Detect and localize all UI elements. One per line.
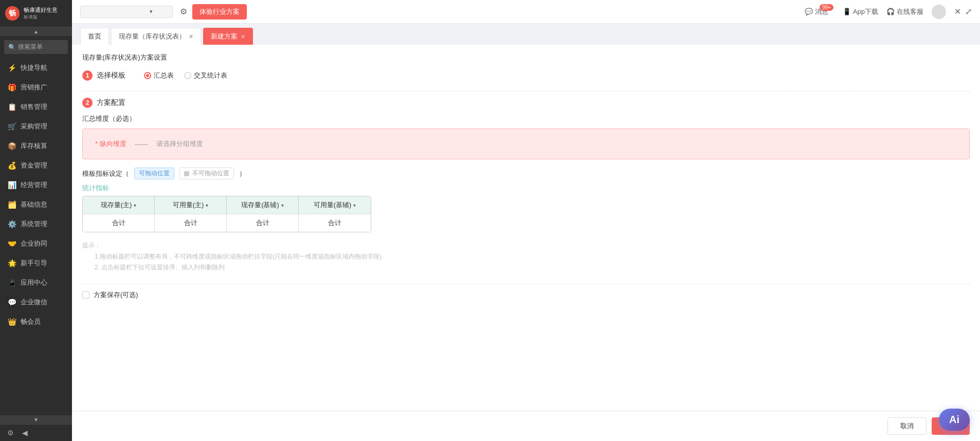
sidebar-logo: 畅 畅康通好生意 标准版 xyxy=(0,0,72,27)
app-logo-icon: 畅 xyxy=(5,6,20,21)
stats-header-0-dropdown[interactable]: ▾ xyxy=(134,203,136,208)
message-button[interactable]: 💬 消息 99+ xyxy=(805,7,828,16)
section1-number: 1 xyxy=(82,70,93,81)
stats-data-0-1: 合计 xyxy=(155,214,227,232)
online-service-button[interactable]: 🎧 在线客服 xyxy=(886,7,923,16)
sidebar-item-wechat-label: 企业微信 xyxy=(21,298,47,307)
topbar-search-input[interactable] xyxy=(85,8,147,15)
section2-title: 方案配置 xyxy=(97,98,125,107)
radio-cross[interactable]: 交叉统计表 xyxy=(184,71,227,80)
topbar-gear-icon[interactable]: ⚙ xyxy=(180,7,187,16)
sidebar-item-marketing[interactable]: 🎁 营销推广 xyxy=(0,78,72,97)
system-icon: ⚙️ xyxy=(7,219,16,229)
section-choose-template: 1 选择模板 汇总表 交叉统计表 xyxy=(82,70,970,81)
sidebar-item-system-label: 系统管理 xyxy=(21,219,47,229)
non-draggable-label: 不可拖动位置 xyxy=(192,169,229,178)
cancel-button[interactable]: 取消 xyxy=(887,417,927,435)
non-draggable-icon xyxy=(184,171,189,176)
dimension-dash: —— xyxy=(135,140,148,148)
sidebar-item-purchase[interactable]: 🛒 采购管理 xyxy=(0,117,72,136)
radio-cross-circle xyxy=(184,72,191,79)
sidebar-item-quick-nav[interactable]: ⚡ 快捷导航 xyxy=(0,58,72,78)
stats-data-0-0: 合计 xyxy=(83,214,155,232)
sidebar-item-operations[interactable]: 📊 经营管理 xyxy=(0,175,72,195)
stats-header-cell-1[interactable]: 可用量(主) ▾ xyxy=(155,196,227,214)
section-plan-config: 2 方案配置 汇总维度（必选） * 纵向维度 —— 请选择分组维度 模板指标设定… xyxy=(82,98,970,273)
sidebar-item-operations-label: 经营管理 xyxy=(21,180,47,190)
industry-plan-button[interactable]: 体验行业方案 xyxy=(192,4,247,20)
stats-header-cell-2[interactable]: 现存量(基辅) ▾ xyxy=(227,196,299,214)
stats-header-3-label: 可用量(基辅) xyxy=(314,200,352,210)
headset-icon: 🎧 xyxy=(886,8,895,15)
stats-data-0-3: 合计 xyxy=(299,214,371,232)
member-icon: 👑 xyxy=(7,317,16,326)
stats-header-3-dropdown[interactable]: ▾ xyxy=(353,203,356,208)
app-name-area: 畅康通好生意 标准版 xyxy=(24,6,58,20)
purchase-icon: 🛒 xyxy=(7,122,16,131)
sidebar-search[interactable]: 🔍 搜索菜单 xyxy=(4,40,68,54)
stats-header-cell-0[interactable]: 现存量(主) ▾ xyxy=(83,196,155,214)
stats-header-2-dropdown[interactable]: ▾ xyxy=(281,203,284,208)
topbar-search-area[interactable]: ▾ xyxy=(80,6,173,18)
page-title: 现存量(库存状况表)方案设置 xyxy=(82,53,970,62)
sidebar-item-purchase-label: 采购管理 xyxy=(21,122,47,131)
dimension-box: * 纵向维度 —— 请选择分组维度 xyxy=(82,128,970,159)
tab-new-plan-label: 新建方案 xyxy=(211,32,238,41)
section-divider-2 xyxy=(82,284,970,284)
sidebar-scroll-down[interactable]: ▼ xyxy=(0,415,72,424)
tab-new-plan[interactable]: 新建方案 ✕ xyxy=(203,28,253,45)
basic-info-icon: 🗂️ xyxy=(7,200,16,209)
sidebar-search-label: 搜索菜单 xyxy=(18,43,43,51)
sidebar-item-inventory[interactable]: 📦 库存核算 xyxy=(0,136,72,156)
search-icon: 🔍 xyxy=(8,44,16,51)
topbar-dropdown-arrow[interactable]: ▾ xyxy=(150,8,153,15)
new-guide-icon: 🌟 xyxy=(7,259,16,268)
stats-header-cell-3[interactable]: 可用量(基辅) ▾ xyxy=(299,196,371,214)
sidebar-item-enterprise[interactable]: 🤝 企业协同 xyxy=(0,234,72,253)
hints-box: 提示： 1.拖动标题栏可以调整布局，不可跨维度或指标区域拖动栏目字段(只能在同一… xyxy=(82,240,970,273)
section2-header: 2 方案配置 xyxy=(82,98,970,108)
content-area: 现存量(库存状况表)方案设置 1 选择模板 汇总表 交叉统计表 xyxy=(72,45,980,411)
sidebar-nav: ⚡ 快捷导航 🎁 营销推广 📋 销售管理 🛒 采购管理 📦 库存核算 💰 资金管… xyxy=(0,58,72,415)
ai-bubble[interactable]: Ai xyxy=(939,409,970,431)
window-expand-button[interactable]: ⤢ xyxy=(965,7,972,16)
app-download-button[interactable]: 📱 App下载 xyxy=(843,7,878,16)
save-option-checkbox[interactable] xyxy=(82,291,89,299)
sidebar-item-member[interactable]: 👑 畅会员 xyxy=(0,312,72,332)
window-controls: ✕ ⤢ xyxy=(954,7,972,16)
tab-new-plan-close-icon[interactable]: ✕ xyxy=(241,33,245,40)
tab-inventory-status[interactable]: 现存量（库存状况表） ✕ xyxy=(111,28,201,45)
sidebar-item-finance[interactable]: 💰 资金管理 xyxy=(0,156,72,175)
footer: 取消 查询 xyxy=(72,411,980,441)
window-close-button[interactable]: ✕ xyxy=(954,7,961,16)
dimension-placeholder[interactable]: 请选择分组维度 xyxy=(156,139,203,149)
stats-table: 现存量(主) ▾ 可用量(主) ▾ 现存量(基辅) ▾ 可用量(基辅) xyxy=(82,196,371,232)
hint-2: 2. 点击标题栏下拉可设置排序、插入列和删除列 xyxy=(95,262,970,273)
radio-summary[interactable]: 汇总表 xyxy=(144,71,174,80)
sidebar-item-member-label: 畅会员 xyxy=(21,317,41,326)
stats-header-2-label: 现存量(基辅) xyxy=(241,200,279,210)
inventory-icon: 📦 xyxy=(7,141,16,151)
sidebar-collapse-icon[interactable]: ◀ xyxy=(22,429,28,437)
sidebar-item-wechat[interactable]: 💬 企业微信 xyxy=(0,292,72,312)
sidebar-item-new-guide[interactable]: 🌟 新手引导 xyxy=(0,253,72,273)
sidebar-item-basic-info-label: 基础信息 xyxy=(21,200,47,209)
stats-header-1-dropdown[interactable]: ▾ xyxy=(206,203,208,208)
tab-inventory-close-icon[interactable]: ✕ xyxy=(189,33,193,40)
sidebar-item-sales[interactable]: 📋 销售管理 xyxy=(0,97,72,117)
tab-home-label: 首页 xyxy=(88,32,101,41)
user-avatar[interactable] xyxy=(932,5,946,19)
radio-cross-label: 交叉统计表 xyxy=(194,71,227,80)
sidebar-item-basic-info[interactable]: 🗂️ 基础信息 xyxy=(0,195,72,214)
template-radio-group: 汇总表 交叉统计表 xyxy=(144,71,227,80)
finance-icon: 💰 xyxy=(7,161,16,170)
app-download-icon: 📱 xyxy=(843,8,851,15)
sidebar-item-inventory-label: 库存核算 xyxy=(21,141,47,151)
save-option-row: 方案保存(可选) xyxy=(82,290,970,300)
sidebar-settings-icon[interactable]: ⚙ xyxy=(7,429,14,437)
sidebar-item-app-center[interactable]: 📱 应用中心 xyxy=(0,273,72,292)
sidebar-item-system[interactable]: ⚙️ 系统管理 xyxy=(0,214,72,234)
sidebar-scroll-up[interactable]: ▲ xyxy=(0,27,72,36)
tab-home[interactable]: 首页 xyxy=(80,28,109,45)
app-version: 标准版 xyxy=(24,14,58,21)
